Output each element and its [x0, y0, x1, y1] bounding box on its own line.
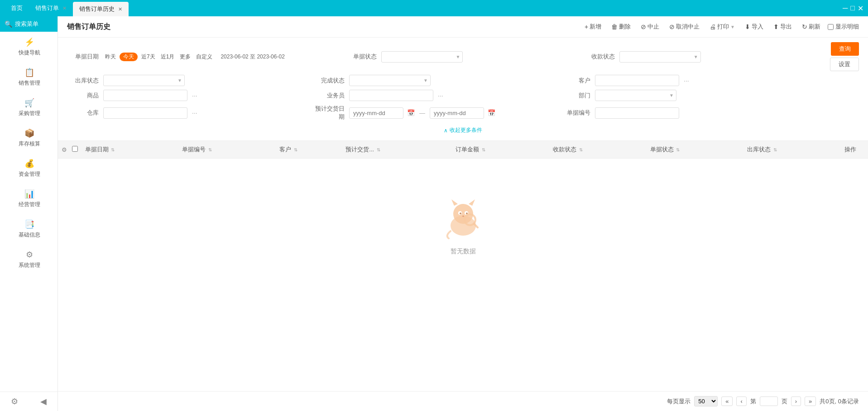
sidebar-item-system-mgmt[interactable]: ⚙ 系统管理	[0, 244, 58, 275]
display-detail-checkbox[interactable]	[828, 24, 834, 30]
query-button[interactable]: 查询	[831, 42, 859, 56]
page-label: 第	[750, 397, 756, 406]
stop-button[interactable]: ⊘ 中止	[638, 21, 662, 33]
tab-sales-order-history-close[interactable]: ✕	[118, 6, 122, 12]
filter-product-section: ···	[103, 90, 313, 101]
col-date-sort-icon[interactable]: ⇅	[111, 147, 115, 152]
sidebar-item-operations[interactable]: 📊 经营管理	[0, 184, 58, 214]
sidebar-search-label[interactable]: 搜索菜单	[15, 20, 38, 28]
delivery-date-to-cal-icon[interactable]: 📅	[488, 109, 495, 116]
sidebar-collapse-button[interactable]: ◀	[40, 396, 47, 406]
operations-icon: 📊	[24, 189, 34, 199]
select-all-checkbox[interactable]	[72, 146, 78, 152]
print-button[interactable]: 🖨 打印 ▼	[707, 21, 738, 33]
col-payment-status-label: 收款状态	[553, 146, 576, 153]
sidebar-settings-button[interactable]: ⚙	[11, 396, 18, 406]
tab-sales-order[interactable]: 销售订单 ✕	[29, 0, 73, 16]
date-btn-yesterday[interactable]: 昨天	[103, 53, 118, 61]
date-quick-buttons: 昨天 今天 近7天 近1月 更多 自定义	[103, 53, 214, 61]
filter-label-doc-status: 单据状态	[345, 53, 381, 61]
tab-sales-order-history-label: 销售订单历史	[79, 5, 115, 13]
col-delivery-date-sort-icon[interactable]: ⇅	[377, 147, 380, 152]
per-page-select[interactable]: 10 20 50 100	[694, 396, 718, 406]
import-label: 导入	[752, 23, 763, 31]
set-button[interactable]: 设置	[830, 58, 859, 71]
date-btn-custom[interactable]: 自定义	[194, 53, 214, 61]
product-dots-button[interactable]: ···	[192, 92, 197, 99]
import-button[interactable]: ⬇ 导入	[742, 21, 766, 33]
prev-page-button[interactable]: ‹	[736, 396, 746, 406]
sidebar-item-inventory[interactable]: 📦 库存核算	[0, 123, 58, 153]
sidebar-item-purchase-mgmt[interactable]: 🛒 采购管理	[0, 92, 58, 123]
salesman-dots-button[interactable]: ···	[438, 92, 443, 99]
collapse-up-icon: ∧	[444, 127, 448, 134]
filter-payment-status-section: ▼	[619, 51, 821, 63]
delete-button[interactable]: 🗑 删除	[609, 21, 633, 33]
svg-point-10	[462, 216, 464, 217]
customer-input[interactable]	[595, 75, 679, 86]
warehouse-input[interactable]	[103, 107, 187, 119]
col-number-sort-icon[interactable]: ⇅	[208, 147, 212, 152]
col-doc-status-sort-icon[interactable]: ⇅	[676, 147, 680, 152]
new-button[interactable]: + 新增	[582, 21, 604, 33]
page-input[interactable]: 1	[760, 396, 778, 406]
filter-customer-section: ···	[595, 75, 805, 86]
display-detail-toggle[interactable]: 显示明细	[828, 23, 859, 31]
cancel-stop-label: 取消中止	[676, 23, 700, 31]
filter-label-payment-status: 收款状态	[583, 53, 619, 61]
col-date-label: 单据日期	[85, 146, 109, 153]
export-button[interactable]: ⬆ 导出	[771, 21, 795, 33]
pagination: 每页显示 10 20 50 100 « ‹ 第 1 页 › » 共0页, 0条记…	[58, 391, 868, 411]
customer-dots-button[interactable]: ···	[684, 77, 689, 84]
next-page-button[interactable]: ›	[791, 396, 801, 406]
delivery-date-from-input[interactable]	[349, 107, 403, 119]
refresh-button[interactable]: ↻ 刷新	[799, 21, 823, 33]
col-out-status-sort-icon[interactable]: ⇅	[773, 147, 777, 152]
first-page-button[interactable]: «	[721, 396, 733, 406]
window-controls: ─ □ ✕	[843, 4, 868, 13]
sidebar-item-basic-info[interactable]: 📑 基础信息	[0, 214, 58, 244]
export-icon: ⬆	[773, 23, 779, 30]
date-btn-7days[interactable]: 近7天	[139, 53, 157, 61]
sidebar-item-basic-info-label: 基础信息	[19, 231, 40, 239]
cancel-stop-button[interactable]: ⊘ 取消中止	[667, 21, 702, 33]
settings-icon[interactable]: ⚙	[62, 146, 67, 153]
quick-nav-icon: ⚡	[24, 37, 34, 47]
tab-home[interactable]: 首页	[5, 0, 29, 16]
last-page-button[interactable]: »	[805, 396, 816, 406]
date-btn-1month[interactable]: 近1月	[159, 53, 177, 61]
empty-illustration	[441, 195, 486, 240]
filter-label-doc-number: 单据编号	[559, 109, 595, 117]
payment-status-select[interactable]	[619, 51, 701, 63]
delivery-date-to-input[interactable]	[430, 107, 484, 119]
maximize-button[interactable]: □	[850, 4, 855, 12]
table-area: ⚙ 单据日期 ⇅ 单据编号 ⇅	[58, 141, 868, 391]
complete-status-select[interactable]	[349, 75, 431, 86]
salesman-input[interactable]	[349, 90, 433, 101]
sidebar-search[interactable]: 🔍 搜索菜单	[0, 16, 58, 32]
out-status-select[interactable]	[103, 75, 185, 86]
tab-sales-order-history[interactable]: 销售订单历史 ✕	[73, 2, 129, 16]
sidebar-item-finance[interactable]: 💰 资金管理	[0, 153, 58, 184]
product-input[interactable]	[103, 90, 187, 101]
minimize-button[interactable]: ─	[843, 4, 848, 12]
sidebar-item-quick-nav[interactable]: ⚡ 快捷导航	[0, 32, 58, 62]
tab-sales-order-close[interactable]: ✕	[62, 5, 67, 11]
date-btn-today[interactable]: 今天	[120, 53, 138, 61]
col-amount-sort-icon[interactable]: ⇅	[482, 147, 485, 152]
empty-text: 暂无数据	[451, 247, 476, 256]
filter-label-date: 单据日期	[67, 53, 103, 61]
col-customer-sort-icon[interactable]: ⇅	[294, 147, 297, 152]
filter-out-status-section: ▼	[103, 75, 313, 86]
sidebar-item-sales-mgmt[interactable]: 📋 销售管理	[0, 62, 58, 92]
date-btn-more[interactable]: 更多	[178, 53, 192, 61]
col-payment-status-sort-icon[interactable]: ⇅	[579, 147, 583, 152]
close-button[interactable]: ✕	[858, 4, 863, 13]
delivery-date-from-cal-icon[interactable]: 📅	[407, 109, 415, 116]
warehouse-dots-button[interactable]: ···	[192, 109, 197, 116]
department-select[interactable]	[595, 90, 676, 101]
doc-number-input[interactable]	[595, 107, 679, 119]
svg-point-6	[460, 213, 461, 214]
collapse-button[interactable]: ∧ 收起更多条件	[67, 125, 859, 136]
doc-status-select[interactable]	[381, 51, 463, 63]
